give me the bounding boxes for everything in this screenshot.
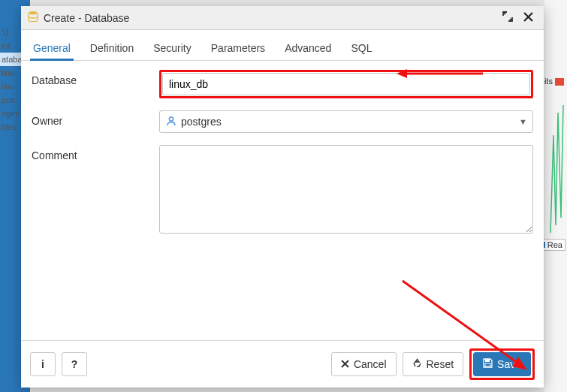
row-database: Database <box>32 70 533 98</box>
close-icon <box>341 358 349 370</box>
database-input[interactable] <box>162 73 530 95</box>
tab-sql[interactable]: SQL <box>348 38 375 60</box>
row-comment: Comment <box>32 145 533 236</box>
right-panel-fragment <box>544 0 567 392</box>
tab-security[interactable]: Security <box>150 38 195 60</box>
form-body: Database Owner postgres ▼ Comment <box>21 61 544 340</box>
chevron-down-icon: ▼ <box>519 117 527 126</box>
save-highlight: Save <box>469 348 535 380</box>
row-owner: Owner postgres ▼ <box>32 110 533 133</box>
comment-label: Comment <box>32 145 159 161</box>
tab-general[interactable]: General <box>30 38 74 60</box>
cancel-label: Cancel <box>354 358 387 370</box>
owner-label: Owner <box>32 110 159 127</box>
dialog-title: Create - Database <box>44 12 495 24</box>
svg-point-1 <box>169 116 173 120</box>
recycle-icon <box>412 358 422 370</box>
chart-fragment <box>549 90 564 240</box>
svg-point-0 <box>29 11 38 14</box>
user-icon <box>166 116 176 128</box>
close-icon[interactable] <box>520 12 536 24</box>
owner-select[interactable]: postgres ▼ <box>159 110 533 133</box>
owner-value: postgres <box>181 116 222 128</box>
save-label: Save <box>497 358 521 370</box>
svg-rect-3 <box>485 363 490 366</box>
database-highlight <box>159 70 533 98</box>
comment-textarea[interactable] <box>159 145 533 234</box>
create-database-dialog: Create - Database General Definition Sec… <box>21 6 544 387</box>
maximize-icon[interactable] <box>499 11 516 24</box>
reset-label: Reset <box>427 358 454 370</box>
tab-bar: General Definition Security Parameters A… <box>21 30 544 61</box>
database-icon <box>27 11 39 25</box>
dialog-footer: i ? Cancel Reset Save <box>21 340 544 387</box>
help-button[interactable]: ? <box>62 352 87 376</box>
save-button[interactable]: Save <box>473 352 531 376</box>
save-icon <box>483 358 493 370</box>
reset-button[interactable]: Reset <box>403 352 464 376</box>
tab-parameters[interactable]: Parameters <box>208 38 268 60</box>
info-button[interactable]: i <box>30 352 56 376</box>
svg-rect-2 <box>485 360 490 363</box>
cancel-button[interactable]: Cancel <box>331 352 397 376</box>
tab-advanced[interactable]: Advanced <box>282 38 334 60</box>
database-label: Database <box>32 70 159 86</box>
dialog-titlebar[interactable]: Create - Database <box>21 6 544 30</box>
tab-definition[interactable]: Definition <box>87 38 137 60</box>
